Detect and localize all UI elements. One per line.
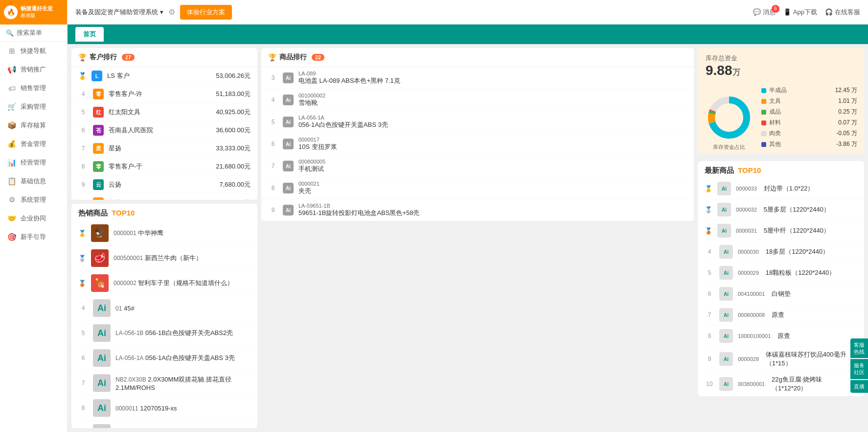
online-service-btn[interactable]: 🎧 在线客服	[825, 8, 860, 17]
prod-rank-6: 6	[268, 141, 278, 147]
hot-products-top-label: TOP10	[112, 209, 135, 217]
hot-product-name-2: 新西兰牛肉（新牛）	[145, 254, 202, 262]
prod-rank-5: 5	[268, 119, 278, 125]
hot-products-card: 热销商品 TOP10 🥇 🦅 0000001 中华神鹰	[71, 204, 257, 428]
hot-product-row-7: 7 Ai NB2.0X30B 2.0X30MM双搓花轴.搓花直径2.1MM/RO…	[71, 371, 257, 396]
tab-home[interactable]: 首页	[75, 27, 104, 42]
legend-name-0: 半成品	[769, 86, 832, 95]
customer-ranking-table: 🥇 L LS 客户 53,006.26元 4 零 零售客户-许 51,183.0…	[71, 67, 257, 200]
prod-badge-8: Ai	[283, 183, 294, 193]
new-thumb-5: Ai	[719, 266, 733, 280]
customer-ranking-header: 🏆 客户排行 27	[71, 48, 257, 67]
prod-name-5: 056-1A白色按键开关盖ABS 3壳	[298, 120, 687, 129]
hot-product-info-2: 000500001 新西兰牛肉（新牛）	[114, 254, 251, 263]
product-ranking-title: 商品排行	[279, 53, 307, 62]
customer-name-5: 红太阳文具	[109, 108, 211, 117]
sidebar-logo: 🔥 畅捷通好生意 标准版	[0, 0, 67, 24]
prod-badge-4: Ai	[283, 95, 294, 105]
prod-code-5: LA-056-1A	[298, 115, 687, 120]
legend-name-1: 文具	[769, 97, 835, 105]
sidebar-item-basics[interactable]: 📋 基础信息	[0, 172, 67, 191]
search-icon: 🔍	[6, 29, 14, 37]
system-name-dropdown[interactable]: 装备及固定资产辅助管理系统 ▾	[75, 8, 163, 17]
prod-name-6: 10S 变扭罗浆	[298, 143, 687, 151]
new-product-row-8: 8 Ai 10000100001 原查	[698, 326, 864, 347]
product-row-5: 5 Ai LA-056-1A 056-1A白色按键开关盖ABS 3壳	[261, 111, 694, 133]
customer-row-4: 4 零 零售客户-许 51,183.00元	[71, 85, 257, 103]
new-code-4: 0000030	[738, 249, 759, 255]
rank-num-4: 4	[78, 91, 88, 97]
hot-product-info-3: 0000002 智利车子里（规格不知道填什么）	[114, 279, 251, 288]
product-row-7: 7 Ai 000800005 手机测试	[261, 155, 694, 177]
prod-info-3: LA-089 电池盖 LA-089 ABS本色+黑种 7.1克	[298, 71, 687, 85]
customer-badge-10: 肖	[93, 197, 104, 200]
legend-val-5: -3.86 万	[836, 140, 857, 148]
customer-name-10: 肖总	[109, 198, 214, 200]
customer-ranking-title: 客户排行	[90, 53, 117, 62]
legend-dot-4	[761, 131, 766, 136]
legend-dot-1	[761, 99, 766, 104]
prod-rank-7: 7	[268, 163, 278, 169]
sidebar-item-shortcuts[interactable]: ⊞ 快捷导航	[0, 42, 67, 60]
tab-home-label: 首页	[83, 30, 96, 38]
new-thumb-2: Ai	[717, 203, 731, 216]
customer-amount-10: 7,563.00元	[219, 198, 251, 200]
sidebar-item-sales[interactable]: 🏷 销售管理	[0, 79, 67, 97]
prod-rank-4: 4	[268, 96, 278, 103]
product-ranking-header: 🏆 商品排行 22	[261, 48, 694, 67]
cs-hotline-btn[interactable]: 客服热线	[850, 338, 868, 359]
hot-product-code-8: 0000011	[115, 405, 138, 412]
sidebar-item-inventory[interactable]: 📦 库存核算	[0, 116, 67, 135]
legend-name-5: 其他	[769, 140, 833, 148]
new-rank-6: 6	[705, 290, 714, 297]
sidebar-item-system[interactable]: ⚙ 系统管理	[0, 191, 67, 209]
hot-product-code-3: 0000002	[114, 280, 137, 287]
customer-amount-7: 33,333.00元	[216, 144, 251, 153]
legend-item-5: 其他 -3.86 万	[761, 140, 857, 148]
sidebar-item-operations[interactable]: 📊 经营管理	[0, 153, 67, 172]
hot-product-info-7: NB2.0X30B 2.0X30MM双搓花轴.搓花直径2.1MM/ROHS	[115, 375, 251, 391]
hot-rank-4: 4	[78, 305, 88, 312]
cs-community-btn[interactable]: 服务社区	[850, 359, 868, 379]
customer-badge-6: 苍	[93, 125, 104, 136]
hot-product-thumb-8: Ai	[93, 399, 111, 417]
new-products-title: 最新商品	[705, 166, 734, 174]
app-download-btn[interactable]: 📱 App下载	[783, 8, 817, 17]
legend-val-4: -0.05 万	[836, 129, 857, 138]
sidebar-search[interactable]: 🔍 搜索菜单	[0, 24, 67, 42]
sidebar-item-finance[interactable]: 💰 资金管理	[0, 135, 67, 153]
hot-product-code-6: LA-056-1A	[115, 355, 143, 361]
sidebar-item-marketing[interactable]: 📢 营销推广	[0, 60, 67, 79]
legend-item-0: 半成品 12.45 万	[761, 86, 857, 95]
mobile-icon: 📱	[783, 8, 791, 16]
operations-icon: 📊	[7, 158, 17, 167]
newuser-label: 新手引导	[21, 233, 46, 241]
rank-num-9: 9	[78, 181, 88, 188]
sidebar-item-newuser[interactable]: 🎯 新手引导	[0, 228, 67, 246]
hot-product-code-1: 0000001	[114, 230, 137, 237]
prod-badge-7: Ai	[283, 161, 294, 171]
new-trophy-2: 🥈	[705, 206, 712, 214]
new-product-row-4: 4 Ai 0000030 18多层（1220*2440）	[698, 241, 864, 263]
customer-name-7: 星扬	[109, 144, 211, 153]
trial-button[interactable]: 体验行业方案	[180, 5, 232, 20]
search-label: 搜索菜单	[17, 28, 42, 37]
headset-icon: 🎧	[825, 8, 833, 16]
hot-trophy-1: 🥇	[78, 230, 86, 237]
settings-icon[interactable]: ⚙	[168, 7, 175, 17]
new-code-8: 10000100001	[738, 333, 771, 339]
sidebar-item-collab[interactable]: 🤝 企业协同	[0, 209, 67, 228]
hot-product-thumb-5: Ai	[93, 324, 111, 342]
prod-name-4: 雪地靴	[298, 98, 687, 107]
cs-live-btn[interactable]: 直播	[850, 380, 868, 393]
logo-app-name: 畅捷通好生意	[21, 5, 53, 12]
sidebar-item-purchase[interactable]: 🛒 采购管理	[0, 97, 67, 116]
prod-name-8: 夹壳	[298, 187, 687, 195]
messages-btn[interactable]: 💬 消息 6	[753, 8, 776, 17]
new-code-6: 004100001	[738, 291, 765, 297]
new-trophy-1: 🥇	[705, 185, 712, 192]
prod-info-9: LA-59651-1B 59651-1B旋转投影灯电池盒ABS黑色+58壳	[298, 203, 687, 217]
prod-name-9: 59651-1B旋转投影灯电池盒ABS黑色+58壳	[298, 209, 687, 217]
new-thumb-8: Ai	[719, 329, 733, 343]
new-thumb-1: Ai	[717, 182, 731, 195]
